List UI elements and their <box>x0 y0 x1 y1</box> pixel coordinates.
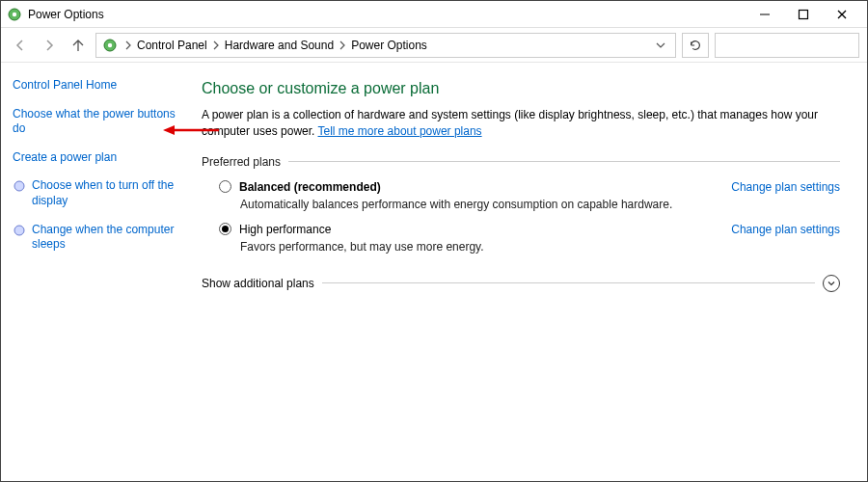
nav-bar: Control Panel Hardware and Sound Power O… <box>1 28 867 63</box>
maximize-button[interactable] <box>784 1 823 28</box>
sidebar-link-display-off[interactable]: Choose when to turn off the display <box>32 178 182 208</box>
title-bar: Power Options <box>1 1 867 28</box>
chevron-right-icon[interactable] <box>211 40 221 50</box>
app-icon <box>7 7 22 22</box>
preferred-plans-label: Preferred plans <box>202 155 288 169</box>
change-plan-settings-link[interactable]: Change plan settings <box>731 180 840 194</box>
back-button[interactable] <box>9 34 32 57</box>
svg-point-7 <box>108 42 112 46</box>
divider <box>288 161 840 162</box>
address-dropdown[interactable] <box>652 40 669 50</box>
page-description: A power plan is a collection of hardware… <box>202 107 840 140</box>
chevron-right-icon[interactable] <box>338 40 347 50</box>
chevron-down-icon[interactable] <box>823 275 840 292</box>
radio-balanced[interactable] <box>219 180 231 193</box>
svg-point-8 <box>14 181 24 191</box>
divider <box>322 282 815 283</box>
sidebar: Control Panel Home Choose what the power… <box>1 63 194 481</box>
breadcrumb-root[interactable]: Control Panel <box>137 39 207 52</box>
search-input[interactable] <box>715 33 859 58</box>
svg-point-1 <box>13 12 16 15</box>
minimize-button[interactable] <box>746 1 784 28</box>
chevron-right-icon[interactable] <box>123 40 133 50</box>
page-heading: Choose or customize a power plan <box>202 80 840 97</box>
description-text: A power plan is a collection of hardware… <box>202 108 818 138</box>
plan-name[interactable]: Balanced (recommended) <box>239 180 381 194</box>
svg-point-9 <box>14 226 24 235</box>
window-title: Power Options <box>28 8 104 21</box>
expander-label: Show additional plans <box>202 277 314 290</box>
power-icon <box>102 38 118 53</box>
plan-description: Automatically balances performance with … <box>240 198 840 211</box>
power-plan-high-performance: High performance Change plan settings Fa… <box>219 223 840 254</box>
address-bar[interactable]: Control Panel Hardware and Sound Power O… <box>95 33 676 58</box>
sidebar-link-power-buttons[interactable]: Choose what the power buttons do <box>13 107 182 137</box>
control-panel-home-link[interactable]: Control Panel Home <box>13 78 182 94</box>
sidebar-link-sleep[interactable]: Change when the computer sleeps <box>32 223 182 253</box>
change-plan-settings-link[interactable]: Change plan settings <box>731 223 840 236</box>
breadcrumb-mid[interactable]: Hardware and Sound <box>225 39 334 52</box>
sidebar-link-create-plan[interactable]: Create a power plan <box>13 150 182 166</box>
shield-icon <box>13 224 26 237</box>
forward-button[interactable] <box>38 34 61 57</box>
up-button[interactable] <box>67 34 90 57</box>
radio-high-performance[interactable] <box>219 223 231 235</box>
breadcrumb-leaf[interactable]: Power Options <box>351 39 427 52</box>
power-plan-balanced: Balanced (recommended) Change plan setti… <box>219 180 840 211</box>
plan-description: Favors performance, but may use more ene… <box>240 240 840 254</box>
show-additional-plans[interactable]: Show additional plans <box>202 275 840 292</box>
shield-icon <box>13 179 26 193</box>
preferred-plans-group: Preferred plans <box>202 155 840 169</box>
close-button[interactable] <box>823 1 861 28</box>
learn-more-link[interactable]: Tell me more about power plans <box>318 124 482 138</box>
plan-name[interactable]: High performance <box>239 223 331 236</box>
content-pane: Choose or customize a power plan A power… <box>194 63 867 481</box>
refresh-button[interactable] <box>682 33 709 58</box>
svg-rect-3 <box>800 10 808 18</box>
